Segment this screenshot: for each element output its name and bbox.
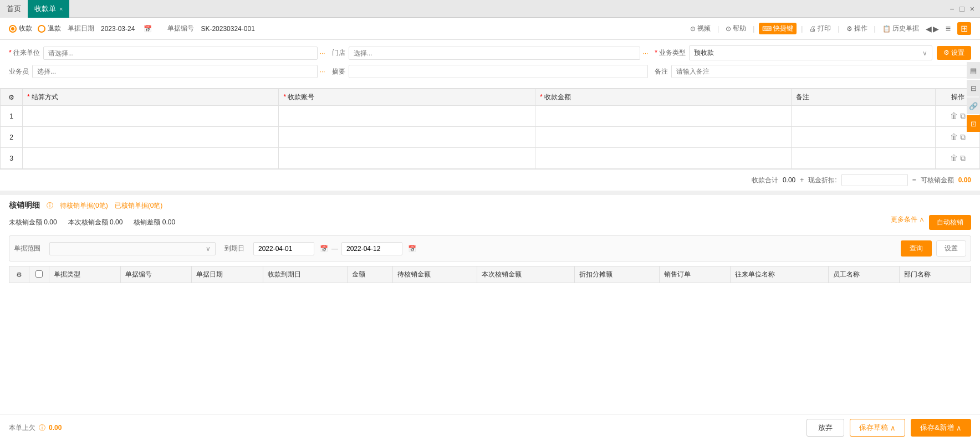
- footer-info-icon[interactable]: ⓘ: [39, 423, 45, 433]
- current-verify-value: 0.00: [110, 218, 122, 226]
- nav-next-icon[interactable]: ▶: [933, 24, 939, 33]
- row-amount-1[interactable]: [535, 106, 791, 127]
- tab-bar: 首页 收款单 × − □ ×: [0, 0, 980, 18]
- save-new-button[interactable]: 保存&新增 ∧: [911, 419, 971, 437]
- abandon-button[interactable]: 放弃: [807, 419, 844, 437]
- row-amount-2[interactable]: [535, 127, 791, 148]
- operate-btn[interactable]: ⚙ 操作: [844, 23, 870, 34]
- row-action-3: 🗑 ⧉: [936, 148, 980, 169]
- bottom-header-checkbox[interactable]: [29, 266, 49, 283]
- video-icon: ⊙: [690, 25, 696, 33]
- calendar-icon[interactable]: 📅: [144, 25, 152, 33]
- row-remarks-2[interactable]: [792, 127, 936, 148]
- date-to-input[interactable]: [341, 242, 402, 255]
- right-panel-icon-3[interactable]: 🔗: [967, 98, 980, 114]
- operate-icon: ⚙: [846, 25, 853, 33]
- store-more-icon[interactable]: ···: [642, 49, 648, 57]
- form-settings-button[interactable]: ⚙ 设置: [937, 46, 971, 60]
- row-paymethod-3[interactable]: [23, 148, 279, 169]
- bottom-header-salesorder: 销售订单: [659, 266, 731, 283]
- nav-arrows: ◀ ▶: [926, 24, 939, 33]
- row-copy-2-icon[interactable]: ⧉: [960, 132, 966, 142]
- row-accountno-1[interactable]: [279, 106, 535, 127]
- row-remarks-3[interactable]: [792, 148, 936, 169]
- business-type-select[interactable]: 预收款 ∨: [689, 45, 932, 60]
- counterparty-more-icon[interactable]: ···: [320, 49, 325, 57]
- save-draft-button[interactable]: 保存草稿 ∧: [850, 419, 905, 437]
- completed-verify-tab[interactable]: 已核销单据(0笔): [115, 201, 163, 211]
- bottom-table: ⚙ 单据类型 单据编号 单据日期 收款到期日 金额 待核销金额 本次核销金额 折…: [9, 266, 971, 283]
- counterparty-input[interactable]: [43, 47, 318, 60]
- store-field: 门店 ···: [332, 47, 649, 60]
- select-all-checkbox[interactable]: [35, 270, 43, 278]
- auto-verify-button[interactable]: 自动核销: [929, 215, 971, 230]
- print-btn[interactable]: 🖨 打印: [807, 23, 833, 34]
- right-panel-icon-1[interactable]: ▤: [967, 62, 980, 79]
- main-table: ⚙ 结算方式 收款账号 收款金额 备注 操作: [0, 89, 980, 169]
- view-grid-icon[interactable]: ⊞: [957, 22, 971, 35]
- nav-prev-icon[interactable]: ◀: [926, 24, 932, 33]
- bottom-header-pendingverify: 待核销金额: [392, 266, 477, 283]
- operate-label: 操作: [854, 24, 867, 33]
- notes-input[interactable]: [671, 65, 971, 78]
- shortcut-label: 快捷键: [773, 24, 793, 33]
- help-btn[interactable]: ⊙ 帮助: [723, 23, 748, 34]
- view-list-icon[interactable]: ≡: [943, 23, 953, 35]
- window-maximize-icon[interactable]: □: [959, 4, 964, 13]
- shortcut-btn[interactable]: ⌨ 快捷键: [759, 23, 797, 34]
- row-paymethod-1[interactable]: [23, 106, 279, 127]
- staff-more-icon[interactable]: ···: [320, 68, 325, 75]
- row-accountno-3[interactable]: [279, 148, 535, 169]
- date-from-input[interactable]: [253, 242, 314, 255]
- calendar-to-icon[interactable]: 📅: [408, 245, 416, 253]
- collect-total-value: 0.00: [783, 176, 795, 184]
- tab-close-icon[interactable]: ×: [59, 0, 63, 18]
- row-delete-1-icon[interactable]: 🗑: [950, 111, 958, 121]
- store-input[interactable]: [349, 47, 641, 60]
- row-delete-3-icon[interactable]: 🗑: [950, 153, 958, 163]
- row-remarks-1[interactable]: [792, 106, 936, 127]
- tab-home[interactable]: 首页: [0, 0, 28, 18]
- tab-active[interactable]: 收款单 ×: [28, 0, 69, 18]
- more-conditions-btn[interactable]: 更多条件 ∧: [891, 215, 925, 230]
- summary-input[interactable]: [349, 65, 649, 78]
- table-header-settings[interactable]: ⚙: [1, 89, 23, 106]
- row-num-1: 1: [1, 106, 23, 127]
- uncleared-label: 未核销金额: [9, 218, 42, 226]
- due-date-label: 到期日: [224, 244, 244, 253]
- row-delete-2-icon[interactable]: 🗑: [950, 132, 958, 142]
- row-num-3: 3: [1, 148, 23, 169]
- plus-sign: +: [800, 176, 804, 184]
- query-button[interactable]: 查询: [901, 240, 932, 257]
- staff-input[interactable]: [32, 65, 318, 78]
- video-btn[interactable]: ⊙ 视频: [688, 23, 713, 34]
- verify-info-icon[interactable]: ⓘ: [47, 201, 53, 211]
- row-copy-1-icon[interactable]: ⧉: [960, 111, 966, 121]
- bottom-header-billdate: 单据日期: [192, 266, 263, 283]
- current-verify-stat: 本次核销金额 0.00: [68, 218, 123, 227]
- row-copy-3-icon[interactable]: ⧉: [960, 153, 966, 163]
- print-icon: 🖨: [809, 25, 816, 33]
- bottom-header-amount: 金额: [348, 266, 392, 283]
- footer-right: 放弃 保存草稿 ∧ 保存&新增 ∧: [807, 419, 971, 437]
- radio-refund[interactable]: 退款: [38, 24, 61, 33]
- row-accountno-2[interactable]: [279, 127, 535, 148]
- table-area: ⚙ 结算方式 收款账号 收款金额 备注 操作: [0, 89, 980, 169]
- history-btn[interactable]: 📋 历史单据: [880, 23, 921, 34]
- row-paymethod-2[interactable]: [23, 127, 279, 148]
- cash-discount-input[interactable]: [841, 174, 908, 186]
- pending-verify-tab[interactable]: 待核销单据(0笔): [60, 201, 108, 211]
- right-panel-icon-4[interactable]: ⊡: [967, 115, 980, 132]
- session-value: 0.00: [49, 424, 62, 432]
- window-close-icon[interactable]: ×: [970, 4, 974, 13]
- right-panel-icon-2[interactable]: ⊟: [967, 80, 980, 96]
- radio-collect[interactable]: 收款: [9, 24, 32, 33]
- date-value: 2023-03-24: [101, 25, 135, 33]
- right-panel: ▤ ⊟ 🔗 ⊡: [967, 62, 980, 132]
- verify-setting-button[interactable]: 设置: [936, 240, 966, 257]
- calendar-from-icon[interactable]: 📅: [320, 245, 328, 253]
- bill-range-select[interactable]: ∨: [49, 242, 216, 255]
- window-minimize-icon[interactable]: −: [950, 4, 954, 13]
- bottom-header-settings[interactable]: ⚙: [9, 266, 29, 283]
- row-amount-3[interactable]: [535, 148, 791, 169]
